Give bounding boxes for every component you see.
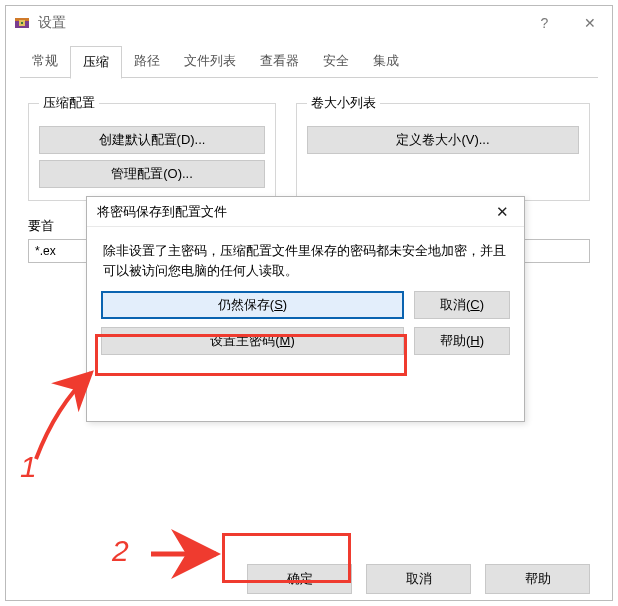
dialog-close-button[interactable]: ✕ — [488, 203, 516, 221]
group-compression-profiles-legend: 压缩配置 — [39, 94, 99, 112]
dialog-titlebar: 将密码保存到配置文件 ✕ — [87, 197, 524, 227]
group-compression-profiles: 压缩配置 创建默认配置(D)... 管理配置(O)... — [28, 94, 276, 201]
manage-profiles-button[interactable]: 管理配置(O)... — [39, 160, 265, 188]
close-button[interactable]: ✕ — [567, 8, 612, 38]
ok-button[interactable]: 确定 — [247, 564, 352, 594]
dialog-help-button[interactable]: 帮助(H) — [414, 327, 510, 355]
define-volume-sizes-button[interactable]: 定义卷大小(V)... — [307, 126, 579, 154]
save-password-dialog: 将密码保存到配置文件 ✕ 除非设置了主密码，压缩配置文件里保存的密码都未安全地加… — [86, 196, 525, 422]
dialog-actions: 仍然保存(S) 取消(C) 设置主密码(M) 帮助(H) — [87, 291, 524, 377]
cancel-button[interactable]: 取消 — [366, 564, 471, 594]
svg-rect-3 — [21, 22, 23, 24]
create-default-profile-button[interactable]: 创建默认配置(D)... — [39, 126, 265, 154]
titlebar: 设置 ? ✕ — [6, 6, 612, 40]
set-master-password-button[interactable]: 设置主密码(M) — [101, 327, 404, 355]
tab-integration[interactable]: 集成 — [361, 46, 411, 78]
settings-window: 设置 ? ✕ 常规 压缩 路径 文件列表 查看器 安全 集成 压缩配置 创建默认… — [5, 5, 613, 601]
tab-compress[interactable]: 压缩 — [70, 46, 122, 79]
dialog-title: 将密码保存到配置文件 — [97, 203, 227, 221]
app-icon — [14, 15, 30, 31]
tab-strip: 常规 压缩 路径 文件列表 查看器 安全 集成 — [6, 40, 612, 78]
tab-filelist[interactable]: 文件列表 — [172, 46, 248, 78]
dialog-bottom-bar: 确定 取消 帮助 — [6, 554, 612, 604]
tab-security[interactable]: 安全 — [311, 46, 361, 78]
tab-path[interactable]: 路径 — [122, 46, 172, 78]
dialog-cancel-button[interactable]: 取消(C) — [414, 291, 510, 319]
help-button[interactable]: ? — [522, 8, 567, 38]
group-volume-sizes-legend: 卷大小列表 — [307, 94, 380, 112]
help-button-bottom[interactable]: 帮助 — [485, 564, 590, 594]
window-title: 设置 — [38, 14, 66, 32]
tab-viewer[interactable]: 查看器 — [248, 46, 311, 78]
dialog-message: 除非设置了主密码，压缩配置文件里保存的密码都未安全地加密，并且可以被访问您电脑的… — [87, 227, 524, 291]
tab-general[interactable]: 常规 — [20, 46, 70, 78]
still-save-button[interactable]: 仍然保存(S) — [101, 291, 404, 319]
group-volume-sizes: 卷大小列表 定义卷大小(V)... — [296, 94, 590, 201]
